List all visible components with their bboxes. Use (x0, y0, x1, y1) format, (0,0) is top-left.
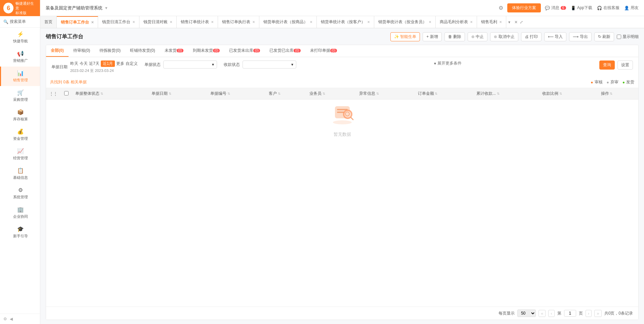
sidebar-item-operations[interactable]: 📈经营管理 (0, 145, 40, 164)
sidebar-item-guide[interactable]: 🎓新手引导 (0, 222, 40, 242)
filter-tab-not-printed[interactable]: 未打印单据(0) (305, 45, 342, 57)
filter-tab-pending-review[interactable]: 待审核(0) (69, 45, 95, 57)
sort-icon-status: ⇅ (99, 92, 103, 95)
tab-cash-reconcile[interactable]: 钱货日清对账✕ (139, 16, 177, 28)
sidebar-item-quick-nav[interactable]: ⚡快捷导航 (0, 28, 40, 47)
purchase-icon: 🛒 (17, 89, 24, 96)
message-action[interactable]: 💬 消息 6 (545, 5, 566, 11)
tab-sales-order-exec[interactable]: 销售订单执行表✕ (218, 16, 259, 28)
sidebar-item-system[interactable]: ⚙系统管理 (0, 184, 40, 203)
tab-close-margin-analysis[interactable]: ✕ (470, 20, 473, 24)
first-page-btn[interactable]: « (539, 310, 546, 317)
batch-action-审核[interactable]: ● 审核 (591, 79, 602, 85)
export-btn[interactable]: ⟶ 导出 (569, 32, 591, 41)
date-opt-近7天[interactable]: 近7天 (89, 61, 99, 67)
tab-cash-daily[interactable]: 钱货日清工作台✕ (98, 16, 139, 28)
refresh-btn[interactable]: ↻ 刷新 (594, 32, 614, 41)
filter-tab-count-not-shipped: (0) (177, 49, 183, 52)
tab-sales-gross[interactable]: 销售毛利✕ (477, 16, 506, 28)
tab-close-cash-reconcile[interactable]: ✕ (170, 20, 172, 24)
tab-sales-stats-customer[interactable]: 销货单统计表（按客户）✕ (317, 16, 374, 28)
col-header-checkbox[interactable] (61, 88, 72, 99)
status-filter-select[interactable]: ▾ (163, 60, 217, 69)
query-btn[interactable]: 查询 (599, 60, 615, 70)
tab-close-sales-order-exec[interactable]: ✕ (252, 20, 255, 24)
next-page-btn[interactable]: › (586, 310, 592, 317)
filter-tabs: 全部(0)待审核(0)待拣验货(0)旺铺待发货(0)未发货(0)到期未发货(0)… (46, 45, 638, 57)
delete-btn[interactable]: 🗑 删除 (444, 32, 465, 41)
gear-icon[interactable]: ⚙ (499, 5, 503, 11)
date-opt-今天[interactable]: 今天 (80, 61, 88, 67)
import-btn[interactable]: ⟵ 导入 (544, 32, 566, 41)
select-all-checkbox[interactable] (64, 91, 69, 95)
last-page-btn[interactable]: » (594, 310, 601, 317)
service-action[interactable]: 🎧 在线客服 (597, 5, 619, 11)
filter-tab-overdue-not-shipped[interactable]: 到期未发货(0) (188, 45, 224, 57)
user-action[interactable]: 👤 用友 (624, 5, 639, 11)
new-btn[interactable]: + 新增 (423, 32, 441, 41)
tab-close-cash-daily[interactable]: ✕ (132, 20, 135, 24)
tab-sales-stats-product[interactable]: 销货单统计表（按商品）✕ (259, 16, 317, 28)
tabs-overflow-btn[interactable]: ▾ (506, 20, 512, 25)
tabs-restore[interactable]: ⤢ (520, 20, 523, 25)
settings-icon[interactable]: ⚙ (3, 317, 7, 321)
sidebar-item-inventory[interactable]: 📦库存核算 (0, 106, 40, 125)
filter-tab-not-shipped[interactable]: 未发货(0) (160, 45, 188, 57)
date-opt-更多[interactable]: 更多 (116, 61, 124, 67)
page-title: 销售订单工作台 (46, 33, 83, 40)
tab-sales-order-workbench[interactable]: 销售订单工作台✕ (57, 16, 98, 28)
show-detail-label[interactable]: 显示明细 (617, 34, 639, 40)
sidebar-search[interactable]: 🔍 搜索菜单 (0, 16, 40, 28)
payment-filter-select[interactable]: ▾ (243, 60, 296, 69)
tab-close-sales-stats-staff[interactable]: ✕ (429, 20, 431, 24)
batch-action-弃审[interactable]: ● 弃审 (607, 79, 618, 85)
status-filter-group: 单据状态 ▾ (144, 60, 217, 69)
page-size-select[interactable]: 102050100 (517, 310, 536, 317)
date-opt-近1月[interactable]: 近1月 (101, 60, 115, 67)
sidebar-item-purchase[interactable]: 🛒采购管理 (0, 86, 40, 106)
tab-sales-order-stats[interactable]: 销售订单统计表✕ (177, 16, 218, 28)
filter-tab-pending-inspect[interactable]: 待拣验货(0) (95, 45, 125, 57)
topbar-dropdown-icon[interactable]: ▾ (105, 5, 108, 10)
tab-home[interactable]: 首页 (40, 16, 57, 28)
print-btn[interactable]: 🖨 打印 (521, 32, 542, 41)
sidebar-item-label: 库存核算 (13, 117, 28, 122)
page-input[interactable] (564, 310, 576, 317)
sidebar-item-basic[interactable]: 📋基础信息 (0, 164, 40, 184)
industry-btn[interactable]: 体验行业方案 (507, 3, 541, 12)
sort-icon-action: ⇅ (609, 92, 613, 95)
operations-icon: 📈 (17, 148, 24, 154)
tab-sales-stats-staff[interactable]: 销货单统计表（按业务员）✕ (374, 16, 436, 28)
tabs-close-all[interactable]: ✕ (514, 20, 518, 25)
filter-tab-wangpu-pending[interactable]: 旺铺待发货(0) (125, 45, 160, 57)
sort-icon-collected: ⇅ (496, 92, 500, 95)
prev-page-btn[interactable]: ‹ (548, 310, 554, 317)
tab-close-sales-order-workbench[interactable]: ✕ (91, 21, 94, 24)
cancel-stop-btn[interactable]: ⊙ 取消中止 (490, 32, 518, 41)
show-detail-checkbox[interactable] (617, 35, 621, 39)
settings-btn[interactable]: 设置 (617, 60, 633, 70)
sidebar-item-finance[interactable]: 💰资金管理 (0, 125, 40, 145)
date-opt-昨天[interactable]: 昨天 (70, 61, 78, 67)
sidebar-item-sales[interactable]: 📊销售管理 (0, 67, 40, 86)
toolbar: ✨ 智能生单 + 新增 🗑 删除 ⊙ 中止 ⊙ 取消中止 🖨 打印 ⟵ 导入 ⟶… (390, 32, 639, 41)
date-opt-自定义[interactable]: 自定义 (126, 61, 138, 67)
filter-tab-shipped-not-out[interactable]: 已发货未出库(0) (224, 45, 265, 57)
sidebar-item-marketing[interactable]: 📢营销推广 (0, 47, 40, 67)
collapse-icon[interactable]: ◀ (10, 317, 13, 321)
app-download-action[interactable]: 📱 App下载 (571, 5, 592, 11)
filter-tab-shipped-out[interactable]: 已发货已出库(0) (265, 45, 305, 57)
tab-margin-analysis[interactable]: 商品毛利分析表✕ (436, 16, 477, 28)
tab-close-sales-stats-customer[interactable]: ✕ (367, 20, 370, 24)
sidebar-item-enterprise[interactable]: 🏢企业协同 (0, 203, 40, 222)
smart-btn[interactable]: ✨ 智能生单 (390, 32, 420, 41)
tab-close-sales-gross[interactable]: ✕ (499, 20, 502, 24)
tab-close-sales-order-stats[interactable]: ✕ (211, 20, 214, 24)
tab-close-sales-stats-product[interactable]: ✕ (310, 20, 312, 24)
expand-btn[interactable]: ▾ 展开更多条件 (434, 60, 462, 66)
batch-action-发货[interactable]: ● 发货 (622, 79, 634, 85)
table-container[interactable]: ⋮⋮单据整体状态 ⇅单据日期 ⇅单据编号 ⇅客户 ⇅业务员 ⇅异常信息 ⇅订单金… (46, 88, 638, 307)
app-icon: 📱 (571, 6, 576, 10)
stop-btn[interactable]: ⊙ 中止 (468, 32, 487, 41)
filter-tab-all[interactable]: 全部(0) (46, 45, 69, 57)
